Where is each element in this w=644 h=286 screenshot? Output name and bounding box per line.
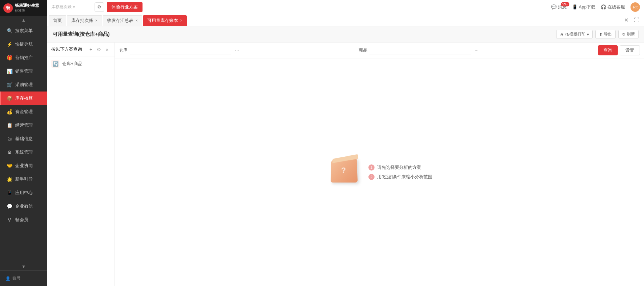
sidebar-item-enterprise[interactable]: 🤝 企业协同 bbox=[0, 159, 47, 173]
app-download-button[interactable]: 📱 App下载 bbox=[572, 4, 595, 10]
cycle-icon: 🔄 bbox=[53, 61, 58, 67]
tab-close-button[interactable]: ✕ bbox=[622, 16, 630, 24]
query-button[interactable]: 查询 bbox=[598, 45, 618, 55]
sidebar-item-purchase[interactable]: 🛒 采购管理 bbox=[0, 78, 47, 92]
export-icon: ⬆ bbox=[599, 32, 602, 37]
refresh-button[interactable]: ↻ 刷新 bbox=[618, 30, 639, 39]
sidebar-username: 账号 bbox=[12, 276, 21, 281]
service-label: 在线客服 bbox=[608, 4, 625, 10]
message-badge: 99+ bbox=[561, 2, 569, 6]
filter-add-button[interactable]: + bbox=[87, 46, 94, 53]
tab-available-ledger-label: 可用量库存账本 bbox=[147, 18, 178, 24]
tab-expand-button[interactable]: ⛶ bbox=[632, 17, 641, 24]
sidebar-item-label: 系统管理 bbox=[15, 149, 33, 155]
tab-available-ledger-close[interactable]: × bbox=[180, 18, 182, 23]
print-chevron: ▾ bbox=[587, 32, 589, 37]
query-actions: 查询 设置 bbox=[598, 45, 640, 55]
sidebar-item-label: 应用中心 bbox=[15, 190, 33, 196]
filter-warehouse-product[interactable]: 🔄 仓库+商品 bbox=[47, 56, 114, 71]
enterprise-icon: 🤝 bbox=[6, 163, 12, 169]
sidebar-item-label: 企业微信 bbox=[15, 203, 33, 209]
sidebar-bottom-user[interactable]: 👤 账号 bbox=[3, 274, 45, 283]
search-icon: 🔍 bbox=[6, 28, 12, 34]
warehouse-field: 仓库 ··· bbox=[119, 46, 355, 54]
sidebar-item-inventory[interactable]: 📦 库存核算 bbox=[0, 92, 47, 105]
empty-text: 1 请先选择要分析的方案 2 用[过滤]条件来缩小分析范围 bbox=[368, 164, 432, 180]
sidebar-bottom: 👤 账号 bbox=[0, 270, 47, 286]
sidebar-header: 畅 畅康通好生意 标准版 bbox=[0, 0, 47, 16]
breadcrumb-text: 库存批次账 bbox=[51, 4, 72, 10]
sidebar-item-guide[interactable]: 🌟 新手引导 bbox=[0, 173, 47, 186]
sidebar-item-search[interactable]: 🔍 搜索菜单 bbox=[0, 24, 47, 37]
topbar-gear-button[interactable]: ⚙ bbox=[95, 2, 104, 12]
hint-number-1: 1 bbox=[368, 164, 375, 171]
content-area: 按以下方案查询 + ⊙ « 🔄 仓库+商品 仓库 bbox=[47, 43, 644, 286]
sidebar-item-basic[interactable]: 🗂 基础信息 bbox=[0, 132, 47, 146]
wechat-icon: 💬 bbox=[6, 203, 12, 209]
filter-collapse-button[interactable]: « bbox=[104, 46, 110, 53]
sidebar-item-shortcut[interactable]: ⚡ 快捷导航 bbox=[0, 37, 47, 51]
filter-header-label: 按以下方案查询 bbox=[51, 46, 82, 52]
sidebar: 畅 畅康通好生意 标准版 ▲ 🔍 搜索菜单 ⚡ 快捷导航 🎁 营销推广 📊 销售… bbox=[0, 0, 47, 286]
warehouse-label: 仓库 bbox=[119, 47, 128, 53]
sidebar-item-vip[interactable]: V 畅会员 bbox=[0, 213, 47, 227]
empty-hint-2: 2 用[过滤]条件来缩小分析范围 bbox=[368, 174, 432, 180]
sidebar-item-label: 企业协同 bbox=[15, 163, 33, 169]
breadcrumb: 库存批次账 ▾ bbox=[51, 4, 92, 10]
tab-batch-account-close[interactable]: × bbox=[95, 18, 98, 23]
message-button[interactable]: 💬 消息 99+ bbox=[551, 4, 567, 10]
product-more-button[interactable]: ··· bbox=[473, 47, 481, 54]
sidebar-item-app-center[interactable]: 📱 应用中心 bbox=[0, 186, 47, 200]
product-input[interactable] bbox=[369, 46, 471, 54]
warehouse-input[interactable] bbox=[130, 46, 231, 54]
sidebar-item-marketing[interactable]: 🎁 营销推广 bbox=[0, 51, 47, 64]
guide-icon: 🌟 bbox=[6, 176, 12, 182]
refresh-label: 刷新 bbox=[627, 31, 635, 37]
sidebar-item-finance[interactable]: 💰 资金管理 bbox=[0, 105, 47, 119]
sidebar-item-wechat[interactable]: 💬 企业微信 bbox=[0, 200, 47, 213]
breadcrumb-chevron: ▾ bbox=[73, 5, 75, 9]
sidebar-item-system[interactable]: ⚙ 系统管理 bbox=[0, 146, 47, 159]
tab-batch-account-label: 库存批次账 bbox=[71, 18, 93, 24]
empty-illustration bbox=[327, 155, 360, 189]
print-template-button[interactable]: 🖨 按模板打印 ▾ bbox=[556, 30, 593, 39]
export-label: 导出 bbox=[604, 31, 612, 37]
tab-batch-account[interactable]: 库存批次账 × bbox=[67, 15, 102, 26]
user-menu[interactable]: Rit bbox=[630, 2, 640, 12]
left-filter-panel: 按以下方案查询 + ⊙ « 🔄 仓库+商品 bbox=[47, 43, 115, 286]
service-button[interactable]: 🎧 在线客服 bbox=[601, 4, 625, 10]
warehouse-more-button[interactable]: ··· bbox=[233, 47, 241, 54]
sidebar-scroll-up[interactable]: ▲ bbox=[0, 16, 47, 24]
sidebar-item-sales[interactable]: 📊 销售管理 bbox=[0, 64, 47, 78]
hint-text-1: 请先选择要分析的方案 bbox=[377, 164, 421, 171]
tab-available-ledger[interactable]: 可用量库存账本 × bbox=[143, 15, 187, 26]
sidebar-item-label: 库存核算 bbox=[15, 95, 33, 101]
tab-receive-summary[interactable]: 收发存汇总表 × bbox=[103, 15, 142, 26]
filter-item-icon: 🔄 bbox=[51, 60, 59, 68]
app-subtitle: 标准版 bbox=[15, 8, 39, 13]
sidebar-item-label: 营销推广 bbox=[15, 55, 33, 61]
page-title: 可用量查询(按仓库+商品) bbox=[53, 31, 110, 37]
filter-settings-button[interactable]: ⊙ bbox=[96, 46, 102, 53]
app-center-icon: 📱 bbox=[6, 190, 12, 196]
tab-receive-summary-close[interactable]: × bbox=[135, 18, 138, 23]
app-logo: 畅 bbox=[3, 3, 13, 13]
system-icon: ⚙ bbox=[6, 149, 12, 155]
sidebar-item-label: 资金管理 bbox=[15, 109, 33, 115]
topbar-right: 💬 消息 99+ 📱 App下载 🎧 在线客服 Rit bbox=[551, 2, 640, 12]
inventory-icon: 📦 bbox=[6, 95, 12, 101]
sidebar-scroll-down[interactable]: ▼ bbox=[0, 263, 47, 270]
page-header: 可用量查询(按仓库+商品) 🖨 按模板打印 ▾ ⬆ 导出 ↻ 刷新 bbox=[47, 26, 644, 43]
app-title: 畅康通好生意 bbox=[15, 3, 39, 8]
settings-button[interactable]: 设置 bbox=[620, 45, 640, 55]
product-field: 商品 ··· bbox=[359, 46, 594, 54]
sidebar-item-label: 经营管理 bbox=[15, 122, 33, 128]
filter-header-actions: + ⊙ « bbox=[87, 46, 110, 53]
print-icon: 🖨 bbox=[560, 32, 564, 37]
sidebar-item-operations[interactable]: 📋 经营管理 bbox=[0, 119, 47, 132]
industry-solution-button[interactable]: 体验行业方案 bbox=[107, 2, 143, 12]
tab-home[interactable]: 首页 bbox=[49, 15, 66, 26]
message-icon: 💬 bbox=[551, 4, 557, 9]
export-button[interactable]: ⬆ 导出 bbox=[595, 30, 616, 39]
tabs-right-actions: ✕ ⛶ bbox=[622, 16, 644, 24]
